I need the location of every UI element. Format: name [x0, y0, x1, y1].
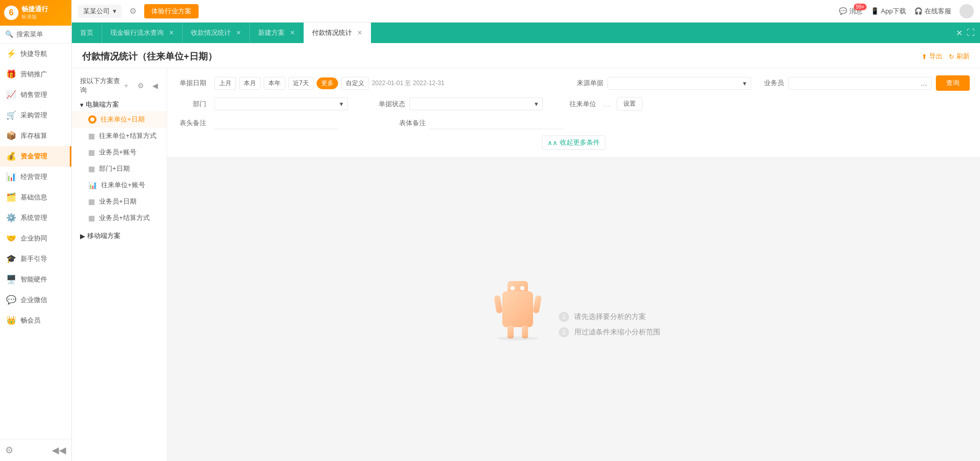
scheme-item-partner-date[interactable]: 往来单位+日期 [72, 111, 167, 128]
chevron-down-icon: ▾ [80, 101, 84, 109]
sidebar-header: 6 畅捷通行 标准版 [0, 0, 71, 26]
sidebar-item-member[interactable]: 👑畅会员 [0, 310, 71, 331]
scheme-item-salesman-date[interactable]: ▦业务员+日期 [72, 193, 167, 210]
date-btn-this-month[interactable]: 本月 [239, 77, 261, 90]
nav-label-member: 畅会员 [21, 316, 41, 325]
message-icon: 💬 [839, 7, 847, 15]
tab-pay-stats[interactable]: 付款情况统计✕ [304, 23, 371, 43]
nav-label-sales: 销售管理 [21, 90, 47, 99]
sidebar-item-marketing[interactable]: 🎁营销推广 [0, 64, 71, 85]
tab-new-scheme[interactable]: 新建方案✕ [250, 23, 304, 43]
sidebar-item-enterprise[interactable]: 🤝企业协同 [0, 228, 71, 249]
empty-step-1: 1 请先选择要分析的方案 [559, 312, 660, 322]
settings-small-button[interactable]: 设置 [617, 97, 642, 111]
sidebar-item-basic-info[interactable]: 🗂️基础信息 [0, 187, 71, 208]
nav-icon-member: 👑 [6, 315, 16, 326]
nav-icon-quick-nav: ⚡ [6, 49, 16, 59]
nav-label-guide: 新手引导 [21, 254, 47, 264]
tab-payment-stats[interactable]: 收款情况统计✕ [183, 23, 250, 43]
sidebar-item-purchase[interactable]: 🛒采购管理 [0, 105, 71, 126]
body-note-input[interactable] [430, 117, 563, 129]
sidebar-item-inventory[interactable]: 📦库存核算 [0, 126, 71, 146]
sidebar-item-hardware[interactable]: 🖥️智能硬件 [0, 269, 71, 290]
sidebar-item-wechat[interactable]: 💬企业微信 [0, 290, 71, 310]
app-label: App下载 [881, 7, 906, 16]
nav-label-basic-info: 基础信息 [21, 193, 47, 202]
logo-icon: 6 [4, 6, 18, 20]
search-label: 搜索菜单 [16, 30, 43, 39]
sidebar-item-operations[interactable]: 📊经营管理 [0, 167, 71, 187]
tab-home[interactable]: 首页 [72, 23, 102, 43]
tab-close-payment-stats[interactable]: ✕ [236, 29, 241, 36]
nav-icon-system: ⚙️ [6, 213, 16, 223]
tab-close-bank-flow[interactable]: ✕ [169, 29, 174, 36]
step1-label: 请先选择要分析的方案 [574, 312, 646, 322]
scheme-add-icon[interactable]: ＋ [121, 80, 132, 91]
date-label: 单据日期 [178, 78, 206, 88]
sidebar-footer: ⚙ ◀◀ [0, 439, 71, 461]
date-btn-last-month[interactable]: 上月 [214, 77, 236, 90]
settings-button[interactable]: ⚙ [126, 4, 140, 18]
topbar-left: 某某公司 ▾ ⚙ 体验行业方案 [78, 4, 834, 18]
date-btn-custom[interactable]: 自定义 [341, 77, 369, 90]
scheme-item-label-partner-payment: 往来单位+结算方式 [99, 131, 156, 141]
scheme-mobile-category[interactable]: ▶ 移动端方案 [72, 229, 167, 243]
scheme-settings-icon[interactable]: ⚙ [135, 80, 146, 91]
sidebar-item-system[interactable]: ⚙️系统管理 [0, 208, 71, 228]
sidebar-item-finance[interactable]: 💰资金管理 [0, 146, 71, 167]
scheme-item-salesman-account[interactable]: ▦业务员+账号 [72, 144, 167, 161]
salesman-select[interactable]: … [788, 77, 932, 90]
scheme-desktop-category[interactable]: ▾ 电脑端方案 [72, 98, 167, 111]
sidebar-item-sales[interactable]: 📈销售管理 [0, 85, 71, 105]
tab-close-all-icon[interactable]: ✕ [956, 28, 963, 38]
sidebar-item-guide[interactable]: 🎓新手引导 [0, 249, 71, 269]
tab-expand-icon[interactable]: ⛶ [967, 28, 975, 37]
trial-button[interactable]: 体验行业方案 [144, 4, 199, 18]
scheme-item-salesman-payment[interactable]: ▦业务员+结算方式 [72, 210, 167, 226]
collapse-button[interactable]: ∧∧ 收起更多条件 [542, 135, 605, 150]
svg-point-0 [90, 117, 94, 122]
main-area: 某某公司 ▾ ⚙ 体验行业方案 💬 消息 99+ 📱 App下载 🎧 在线客服 … [72, 0, 980, 461]
page-actions: ⬆ 导出 ↻ 刷新 [922, 52, 970, 61]
export-button[interactable]: ⬆ 导出 [922, 52, 943, 61]
date-btn-this-year[interactable]: 本年 [264, 77, 285, 90]
tab-bank-flow[interactable]: 现金银行流水查询✕ [102, 23, 183, 43]
header-note-input[interactable] [214, 117, 338, 129]
scheme-item-label-salesman-account: 业务员+账号 [99, 148, 136, 157]
export-label: 导出 [929, 52, 943, 61]
app-download-button[interactable]: 📱 App下载 [871, 7, 906, 16]
refresh-icon: ↻ [949, 53, 954, 61]
tab-close-new-scheme[interactable]: ✕ [290, 29, 295, 36]
nav-label-quick-nav: 快捷导航 [21, 49, 47, 58]
footer-settings-icon[interactable]: ⚙ [5, 445, 13, 456]
query-button[interactable]: 查询 [936, 75, 970, 91]
search-menu[interactable]: 🔍 搜索菜单 [0, 26, 71, 44]
scheme-item-type-icon: ▦ [88, 197, 95, 206]
company-selector[interactable]: 某某公司 ▾ [78, 5, 122, 18]
date-btn-7days[interactable]: 近7天 [288, 77, 313, 90]
scheme-item-dept-date[interactable]: ▦部门+日期 [72, 161, 167, 177]
filter-row-2: 部门 ▾ 单据状态 ▾ 往来单位 … 设置 [178, 97, 970, 111]
scheme-item-type-icon: ▦ [88, 165, 95, 173]
tab-close-pay-stats[interactable]: ✕ [357, 29, 362, 36]
chevron-down-icon: ▾ [535, 100, 538, 108]
footer-collapse-icon[interactable]: ◀◀ [52, 445, 66, 456]
online-service-button[interactable]: 🎧 在线客服 [914, 7, 951, 16]
chevron-down-icon: ▾ [113, 7, 116, 15]
scheme-collapse-icon[interactable]: ◀ [149, 80, 161, 91]
avatar[interactable] [959, 4, 974, 18]
scheme-item-partner-account[interactable]: 📊往来单位+账号 [72, 177, 167, 193]
voucher-status-select[interactable]: ▾ [409, 97, 543, 110]
sidebar-nav: ⚡快捷导航🎁营销推广📈销售管理🛒采购管理📦库存核算💰资金管理📊经营管理🗂️基础信… [0, 44, 71, 439]
dept-select[interactable]: ▾ [214, 97, 348, 110]
logo-text: 畅捷通行 标准版 [22, 5, 48, 21]
message-button[interactable]: 💬 消息 99+ [839, 7, 863, 16]
nav-label-operations: 经营管理 [21, 172, 47, 182]
source-select[interactable]: ▾ [607, 77, 751, 90]
date-btn-more[interactable]: 更多 [317, 77, 338, 89]
sidebar-item-quick-nav[interactable]: ⚡快捷导航 [0, 44, 71, 64]
nav-icon-marketing: 🎁 [6, 69, 16, 79]
scheme-item-partner-payment[interactable]: ▦往来单位+结算方式 [72, 128, 167, 144]
partner-ellipsis[interactable]: … [600, 99, 613, 109]
refresh-button[interactable]: ↻ 刷新 [949, 52, 970, 61]
